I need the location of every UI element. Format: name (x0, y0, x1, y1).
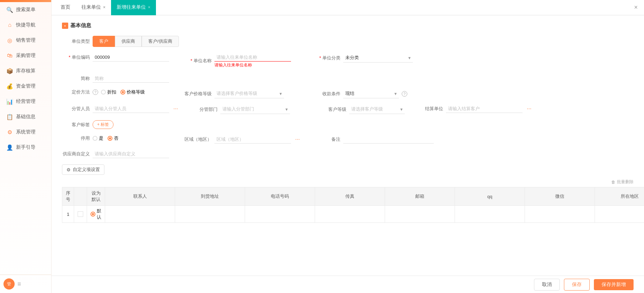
unit-code-input[interactable] (93, 53, 169, 62)
pricing-method-label: 定价方法 (62, 89, 90, 95)
remark-field: 备注 (313, 135, 434, 144)
batch-delete-label[interactable]: 批量删除 (617, 179, 634, 185)
sidebar-item-label: 采购管理 (16, 52, 36, 59)
customer-price-level-select[interactable]: 请选择客户价格等级 ▾ (214, 89, 284, 98)
unit-type-label: 单位类型 (62, 38, 90, 44)
unit-type-btn-group: 客户 供应商 客户/供应商 (93, 36, 179, 47)
unit-type-btn-both[interactable]: 客户/供应商 (142, 36, 179, 47)
unit-category-select[interactable]: 未分类 ▾ (343, 53, 413, 63)
form-content: ▪ 基本信息 单位类型 客户 供应商 客户/供应商 单位编码 单位名称 (52, 15, 644, 293)
row-address[interactable] (175, 206, 245, 223)
payment-terms-value: 现结 (345, 90, 354, 97)
pricing-level-radio[interactable]: 价格等级 (120, 89, 145, 95)
sidebar-item-finance[interactable]: 💰 资金管理 (0, 79, 51, 94)
payment-terms-field: 收款条件 现结 ▾ ? (313, 89, 407, 98)
row-phone[interactable] (245, 206, 315, 223)
settlement-unit-more-btn[interactable]: ··· (525, 106, 533, 112)
payment-terms-select[interactable]: 现结 ▾ (343, 89, 399, 98)
cancel-button[interactable]: 取消 (534, 279, 560, 291)
short-name-input[interactable] (93, 74, 169, 83)
sidebar-item-sales[interactable]: ◎ 销售管理 (0, 33, 51, 48)
col-address: 到货地址 (175, 187, 245, 206)
unit-name-field: 单位名称 请输入往来单位名称 (184, 53, 302, 68)
department-arrow: ▾ (285, 107, 288, 112)
disabled-no-radio[interactable]: 否 (108, 135, 118, 141)
row-default[interactable]: 默认 (87, 206, 105, 223)
phone-input[interactable] (249, 210, 311, 218)
sidebar-item-search[interactable]: 🔍 搜索菜单 (0, 2, 51, 17)
finance-icon: 💰 (6, 83, 13, 90)
payment-help-icon[interactable]: ? (402, 91, 407, 97)
sidebar-item-guide[interactable]: 👤 新手引导 (0, 140, 51, 155)
unit-type-btn-customer[interactable]: 客户 (93, 36, 115, 47)
basic-info-icon: 📋 (6, 113, 13, 120)
custom-settings-btn[interactable]: ⚙ 自定义项设置 (62, 164, 104, 175)
row-wechat[interactable] (525, 206, 595, 223)
sidebar-item-purchase[interactable]: 🛍 采购管理 (0, 48, 51, 63)
row-email[interactable] (385, 206, 455, 223)
add-tag-btn[interactable]: + 标签 (93, 120, 113, 129)
region-input[interactable] (214, 135, 291, 144)
default-radio[interactable] (91, 212, 95, 217)
address-input[interactable] (179, 210, 241, 218)
customer-price-level-label: 客户价格等级 (184, 91, 212, 97)
supplier-custom-input[interactable] (93, 150, 169, 158)
col-qq: qq (455, 187, 525, 206)
customer-level-arrow: ▾ (400, 107, 403, 112)
fax-input[interactable] (319, 210, 381, 218)
pricing-discount-radio[interactable]: 折扣 (101, 89, 116, 95)
sidebar-item-label: 快捷导航 (16, 22, 36, 28)
tab-partner-close[interactable]: × (103, 5, 105, 10)
row-checkbox[interactable] (74, 206, 87, 223)
tab-bar-close[interactable]: × (631, 4, 641, 11)
sidebar-item-quick-nav[interactable]: ⌂ 快捷导航 (0, 17, 51, 33)
row-fax[interactable] (315, 206, 385, 223)
row-region-input[interactable] (598, 210, 644, 218)
tab-home[interactable]: 首页 (55, 0, 76, 15)
pricing-help-icon[interactable]: ? (93, 89, 98, 95)
yes-radio-circle (93, 136, 97, 141)
region-more-btn[interactable]: ··· (294, 136, 301, 143)
manager-input[interactable] (93, 105, 169, 113)
sidebar-item-label: 经营管理 (16, 98, 36, 105)
department-select[interactable]: 请输入分管部门 ▾ (220, 105, 290, 114)
guide-icon: 👤 (6, 144, 13, 151)
sidebar-item-operations[interactable]: 📊 经营管理 (0, 94, 51, 109)
region-label: 区域（地区） (184, 136, 212, 143)
system-icon: ⚙ (6, 129, 13, 136)
tab-new-partner[interactable]: 新增往来单位 × (111, 0, 156, 15)
wechat-input[interactable] (528, 210, 591, 218)
row-region[interactable] (595, 206, 644, 223)
save-button[interactable]: 保存 (564, 279, 590, 291)
manager-more-btn[interactable]: ··· (172, 106, 179, 112)
tab-new-partner-label: 新增往来单位 (117, 4, 146, 10)
section-title: ▪ 基本信息 (62, 22, 634, 29)
qq-input[interactable] (458, 210, 521, 218)
customer-level-select[interactable]: 请选择客户等级 ▾ (349, 105, 405, 114)
sidebar-item-system[interactable]: ⚙ 系统管理 (0, 124, 51, 140)
row-contact[interactable] (105, 206, 175, 223)
disabled-field: 停用 是 否 (62, 135, 173, 141)
tab-new-partner-close[interactable]: × (148, 5, 150, 10)
discount-label: 折扣 (107, 89, 116, 95)
sidebar-item-label: 新手引导 (16, 144, 36, 150)
col-wechat: 微信 (525, 187, 595, 206)
unit-type-btn-supplier[interactable]: 供应商 (115, 36, 142, 47)
save-new-button[interactable]: 保存并新增 (594, 279, 634, 290)
tab-partner[interactable]: 往来单位 × (76, 0, 111, 15)
unit-category-value: 未分类 (345, 55, 359, 61)
batch-delete-icon: 🗑 (611, 180, 615, 185)
contact-input[interactable] (109, 210, 171, 218)
email-input[interactable] (388, 210, 451, 218)
remark-input[interactable] (343, 135, 434, 144)
disabled-yes-radio[interactable]: 是 (93, 135, 103, 141)
customer-price-arrow: ▾ (280, 91, 282, 96)
sidebar-item-basic-info[interactable]: 📋 基础信息 (0, 109, 51, 124)
settlement-unit-input[interactable] (446, 105, 523, 113)
department-label: 分管部门 (190, 106, 218, 113)
unit-name-input[interactable] (214, 53, 291, 62)
customer-level-placeholder: 请选择客户等级 (351, 106, 383, 112)
sidebar-item-label: 搜索菜单 (16, 7, 36, 13)
row-qq[interactable] (455, 206, 525, 223)
sidebar-item-inventory[interactable]: 📦 库存核算 (0, 63, 51, 79)
